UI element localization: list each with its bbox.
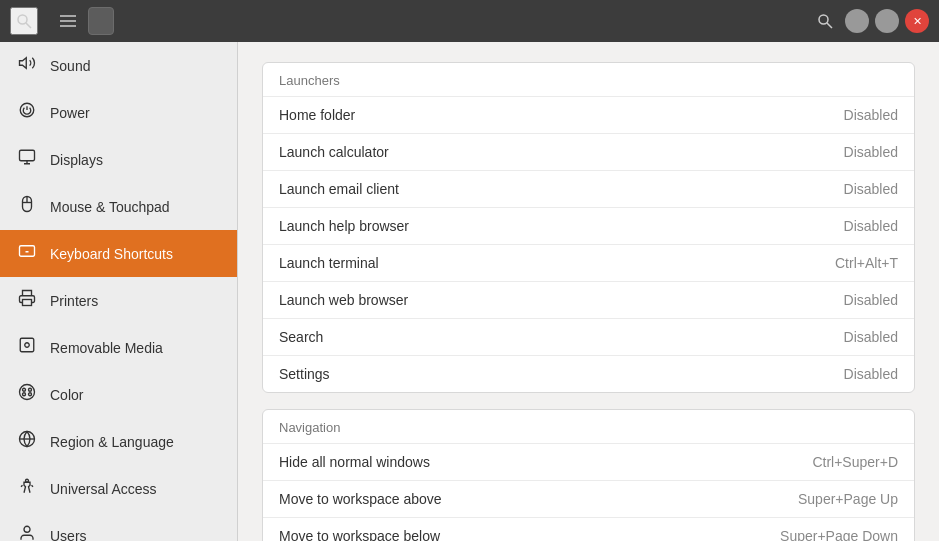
sidebar-label-region-language: Region & Language	[50, 434, 174, 450]
sidebar-label-universal-access: Universal Access	[50, 481, 157, 497]
shortcut-value: Disabled	[844, 366, 898, 382]
mouse-touchpad-icon	[16, 195, 38, 218]
svg-rect-11	[23, 300, 32, 306]
section-card-navigation: Navigation Hide all normal windows Ctrl+…	[262, 409, 915, 541]
svg-point-16	[29, 388, 32, 391]
sidebar-item-power[interactable]: Power	[0, 89, 237, 136]
shortcut-row[interactable]: Settings Disabled	[263, 355, 914, 392]
displays-icon	[16, 148, 38, 171]
power-icon	[16, 101, 38, 124]
reset-all-button[interactable]	[88, 7, 114, 35]
svg-point-0	[18, 15, 27, 24]
printers-icon	[16, 289, 38, 312]
shortcut-row[interactable]: Search Disabled	[263, 318, 914, 355]
sidebar-item-sound[interactable]: Sound	[0, 42, 237, 89]
sidebar-item-mouse-touchpad[interactable]: Mouse & Touchpad	[0, 183, 237, 230]
shortcut-value: Disabled	[844, 329, 898, 345]
sidebar-label-printers: Printers	[50, 293, 98, 309]
minimize-button[interactable]: –	[845, 9, 869, 33]
svg-point-17	[23, 393, 26, 396]
shortcut-name: Home folder	[279, 107, 844, 123]
titlebar-left	[10, 7, 250, 35]
shortcut-row[interactable]: Launch terminal Ctrl+Alt+T	[263, 244, 914, 281]
shortcut-row[interactable]: Hide all normal windows Ctrl+Super+D	[263, 443, 914, 480]
shortcut-row[interactable]: Launch calculator Disabled	[263, 133, 914, 170]
shortcut-value: Super+Page Down	[780, 528, 898, 541]
sidebar-item-displays[interactable]: Displays	[0, 136, 237, 183]
titlebar-search-right-button[interactable]	[811, 7, 839, 35]
svg-point-21	[24, 526, 30, 532]
sidebar-item-users[interactable]: Users	[0, 512, 237, 541]
users-icon	[16, 524, 38, 541]
titlebar-right: – □ ✕	[809, 7, 929, 35]
shortcut-value: Disabled	[844, 107, 898, 123]
shortcut-value: Super+Page Up	[798, 491, 898, 507]
shortcut-name: Launch calculator	[279, 144, 844, 160]
universal-access-icon	[16, 477, 38, 500]
svg-point-5	[819, 15, 828, 24]
shortcut-row[interactable]: Launch help browser Disabled	[263, 207, 914, 244]
shortcut-name: Move to workspace above	[279, 491, 798, 507]
hamburger-button[interactable]	[54, 7, 82, 35]
sidebar-item-universal-access[interactable]: Universal Access	[0, 465, 237, 512]
svg-rect-8	[20, 150, 35, 161]
sidebar-item-removable-media[interactable]: Removable Media	[0, 324, 237, 371]
svg-point-13	[25, 343, 30, 348]
shortcut-row[interactable]: Move to workspace below Super+Page Down	[263, 517, 914, 541]
sound-icon	[16, 54, 38, 77]
shortcut-name: Launch web browser	[279, 292, 844, 308]
color-icon	[16, 383, 38, 406]
svg-rect-12	[20, 338, 34, 352]
section-header-launchers: Launchers	[263, 63, 914, 96]
shortcut-row[interactable]: Launch email client Disabled	[263, 170, 914, 207]
sidebar-label-displays: Displays	[50, 152, 103, 168]
svg-point-15	[23, 388, 26, 391]
sidebar-label-power: Power	[50, 105, 90, 121]
shortcut-name: Hide all normal windows	[279, 454, 812, 470]
shortcut-value: Ctrl+Super+D	[812, 454, 898, 470]
sidebar-label-mouse-touchpad: Mouse & Touchpad	[50, 199, 170, 215]
sidebar: Sound Power Displays Mouse & Touchpad Ke…	[0, 42, 238, 541]
shortcut-value: Disabled	[844, 144, 898, 160]
svg-line-6	[827, 23, 832, 28]
content-area: Launchers Home folder Disabled Launch ca…	[238, 42, 939, 541]
shortcut-value: Disabled	[844, 181, 898, 197]
shortcut-name: Launch help browser	[279, 218, 844, 234]
shortcut-name: Launch email client	[279, 181, 844, 197]
svg-point-14	[20, 385, 35, 400]
main-layout: Sound Power Displays Mouse & Touchpad Ke…	[0, 42, 939, 541]
sidebar-label-sound: Sound	[50, 58, 90, 74]
sidebar-item-keyboard-shortcuts[interactable]: Keyboard Shortcuts	[0, 230, 237, 277]
section-header-navigation: Navigation	[263, 410, 914, 443]
sidebar-label-keyboard-shortcuts: Keyboard Shortcuts	[50, 246, 173, 262]
shortcut-value: Ctrl+Alt+T	[835, 255, 898, 271]
shortcut-row[interactable]: Move to workspace above Super+Page Up	[263, 480, 914, 517]
shortcut-name: Move to workspace below	[279, 528, 780, 541]
sidebar-item-color[interactable]: Color	[0, 371, 237, 418]
sidebar-item-region-language[interactable]: Region & Language	[0, 418, 237, 465]
shortcut-value: Disabled	[844, 218, 898, 234]
shortcut-name: Settings	[279, 366, 844, 382]
svg-point-18	[29, 393, 32, 396]
shortcut-name: Search	[279, 329, 844, 345]
sidebar-item-printers[interactable]: Printers	[0, 277, 237, 324]
svg-line-1	[26, 23, 31, 28]
removable-media-icon	[16, 336, 38, 359]
svg-rect-10	[20, 246, 35, 257]
titlebar-search-button[interactable]	[10, 7, 38, 35]
sidebar-label-removable-media: Removable Media	[50, 340, 163, 356]
shortcut-name: Launch terminal	[279, 255, 835, 271]
shortcut-row[interactable]: Launch web browser Disabled	[263, 281, 914, 318]
maximize-button[interactable]: □	[875, 9, 899, 33]
section-card-launchers: Launchers Home folder Disabled Launch ca…	[262, 62, 915, 393]
region-language-icon	[16, 430, 38, 453]
close-button[interactable]: ✕	[905, 9, 929, 33]
shortcut-value: Disabled	[844, 292, 898, 308]
titlebar: – □ ✕	[0, 0, 939, 42]
sidebar-label-color: Color	[50, 387, 83, 403]
keyboard-shortcuts-icon	[16, 242, 38, 265]
shortcut-row[interactable]: Home folder Disabled	[263, 96, 914, 133]
sidebar-label-users: Users	[50, 528, 87, 542]
